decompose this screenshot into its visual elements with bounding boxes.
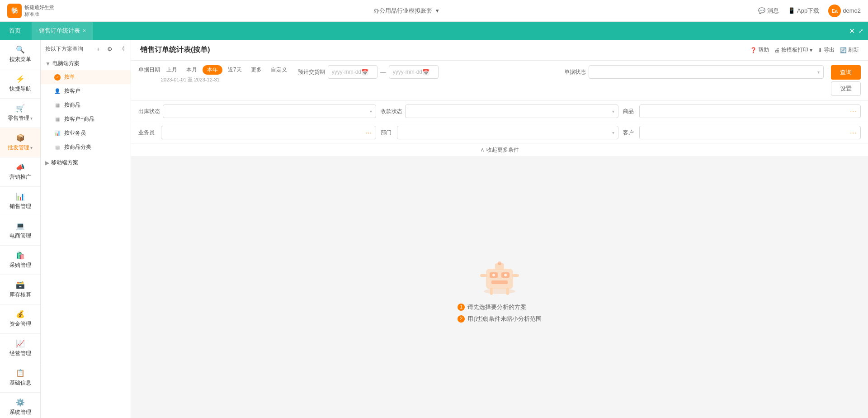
sidebar-item-sales[interactable]: 📊 销售管理 <box>0 187 40 216</box>
breadcrumb-arrow-icon[interactable]: ▾ <box>436 7 439 14</box>
sidebar-item-quick-nav[interactable]: ⚡ 快捷导航 <box>0 69 40 99</box>
scheme-item-by-customer-goods[interactable]: ▦ 按客户+商品 <box>41 112 131 126</box>
status-label: 单据状态 <box>564 68 586 76</box>
scheme-settings-button[interactable]: ⚙ <box>105 44 114 53</box>
filter-section: 单据日期 上月 本月 本年 近7天 更多 自定义 2023-01-01 至 20… <box>131 61 868 157</box>
scheme-group-mobile-title[interactable]: ▶ 移动端方案 <box>41 156 131 169</box>
sidebar-item-ecommerce[interactable]: 💻 电商管理 <box>0 216 40 246</box>
scheme-add-button[interactable]: + <box>94 44 103 53</box>
sidebar-item-marketing[interactable]: 📣 营销推广 <box>0 157 40 187</box>
svg-point-8 <box>498 261 501 265</box>
customer-input[interactable]: ··· <box>639 126 861 139</box>
scheme-panel: 按以下方案查询 + ⚙ 《 ▼ 电脑端方案 ✓ 按单 👤 按客户 <box>41 40 131 418</box>
message-button[interactable]: 💬 消息 <box>758 7 779 15</box>
sidebar-item-wholesale[interactable]: 📦 批发管理▾ <box>0 128 40 157</box>
collapse-bar[interactable]: ∧ 收起更多条件 <box>131 143 868 157</box>
tab-home[interactable]: 首页 <box>0 22 30 40</box>
ship-status-label: 出库状态 <box>138 108 160 115</box>
print-arrow-icon: ▾ <box>810 47 812 53</box>
date-btn-custom[interactable]: 自定义 <box>267 65 291 75</box>
expected-date-filter: 预计交货期 yyyy-mm-dd 📅 — yyyy-mm-dd 📅 <box>298 65 557 79</box>
help-button[interactable]: ❓ 帮助 <box>750 46 769 54</box>
sidebar-item-system[interactable]: ⚙️ 系统管理 <box>0 393 40 418</box>
date-range-text: 2023-01-01 至 2023-12-31 <box>138 76 291 83</box>
date-buttons: 上月 本月 本年 近7天 更多 自定义 <box>163 65 291 75</box>
template-print-button[interactable]: 🖨 按模板打印 ▾ <box>774 46 812 54</box>
export-button[interactable]: ⬇ 导出 <box>818 46 835 54</box>
topbar-breadcrumb[interactable]: 办公用品行业模拟账套 ▾ <box>373 7 439 15</box>
topbar: 畅 畅捷通好生意 标准版 办公用品行业模拟账套 ▾ 💬 消息 📱 App下载 E… <box>0 0 868 22</box>
calendar-start-icon[interactable]: 📅 <box>361 69 368 76</box>
customer-more-icon[interactable]: ··· <box>850 129 857 136</box>
user-profile[interactable]: Ea demo2 <box>828 5 861 17</box>
sidebar-item-basic-info[interactable]: 📋 基础信息 <box>0 363 40 393</box>
marketing-icon: 📣 <box>16 163 25 171</box>
dept-select[interactable]: ▾ <box>397 126 618 139</box>
finance-icon: 💰 <box>16 310 25 318</box>
action-buttons: 查询 设置 <box>831 65 861 96</box>
svg-point-6 <box>504 274 507 276</box>
status-select[interactable]: ▾ <box>589 65 824 79</box>
collapse-icon: ∧ <box>480 147 486 153</box>
settings-button[interactable]: 设置 <box>831 81 861 96</box>
query-button[interactable]: 查询 <box>831 65 861 80</box>
sidebar-item-retail[interactable]: 🛒 零售管理▾ <box>0 99 40 128</box>
date-btn-7days[interactable]: 近7天 <box>224 65 245 75</box>
scheme-item-by-customer[interactable]: 👤 按客户 <box>41 84 131 98</box>
refresh-button[interactable]: 🔄 刷新 <box>840 46 859 54</box>
tip-num-1: 1 <box>458 304 465 311</box>
receive-status-select[interactable]: ▾ <box>405 104 618 118</box>
filter-row-3: 业务员 ··· 部门 ▾ 客户 <box>131 122 868 143</box>
page-header: 销售订单统计表(按单) ❓ 帮助 🖨 按模板打印 ▾ ⬇ <box>131 40 868 61</box>
scheme-collapse-button[interactable]: 《 <box>117 44 126 53</box>
system-icon: ⚙️ <box>16 398 25 407</box>
receive-status-filter: 收款状态 ▾ <box>381 104 618 118</box>
receive-status-chevron-icon: ▾ <box>612 109 614 114</box>
scheme-group-desktop-title[interactable]: ▼ 电脑端方案 <box>41 57 131 70</box>
basic-info-icon: 📋 <box>16 369 25 377</box>
customer-scheme-icon: 👤 <box>54 88 61 95</box>
window-maximize-icon[interactable]: ⤢ <box>859 28 863 34</box>
scheme-item-by-staff[interactable]: 📊 按业务员 <box>41 126 131 140</box>
sidebar-item-search[interactable]: 🔍 搜索菜单 <box>0 40 40 69</box>
content-area: 按以下方案查询 + ⚙ 《 ▼ 电脑端方案 ✓ 按单 👤 按客户 <box>41 40 868 418</box>
window-close-icon[interactable]: ✕ <box>849 27 855 35</box>
scheme-item-by-category[interactable]: ▤ 按商品分类 <box>41 140 131 154</box>
scheme-item-by-goods[interactable]: ▦ 按商品 <box>41 98 131 112</box>
sidebar-item-purchase[interactable]: 🛍️ 采购管理 <box>0 246 40 275</box>
inventory-icon: 🗃️ <box>16 280 25 289</box>
calendar-end-icon[interactable]: 📅 <box>422 69 429 76</box>
scheme-group-desktop: ▼ 电脑端方案 ✓ 按单 👤 按客户 ▦ 按商品 ▦ 按客户+商品 <box>41 57 131 154</box>
date-btn-more[interactable]: 更多 <box>247 65 265 75</box>
date-btn-this-month[interactable]: 本月 <box>183 65 201 75</box>
ship-status-select[interactable]: ▾ <box>163 104 376 118</box>
expected-date-end[interactable]: yyyy-mm-dd 📅 <box>389 65 439 79</box>
customer-label: 客户 <box>623 129 637 137</box>
dept-label: 部门 <box>381 129 394 137</box>
dept-chevron-icon: ▾ <box>612 130 614 135</box>
empty-state: 1 请先选择要分析的方案 2 用[过滤]条件来缩小分析范围 <box>131 157 868 418</box>
staff-more-icon[interactable]: ··· <box>365 129 372 136</box>
status-filter: 单据状态 ▾ <box>564 65 824 79</box>
app-download-button[interactable]: 📱 App下载 <box>788 7 819 15</box>
tab-sales-order[interactable]: 销售订单统计表 × <box>32 22 93 40</box>
goods-more-icon[interactable]: ··· <box>850 108 857 115</box>
tab-close-icon[interactable]: × <box>83 28 86 34</box>
sales-icon: 📊 <box>16 192 25 201</box>
topbar-left: 畅 畅捷通好生意 标准版 <box>7 4 54 18</box>
sidebar-item-operations[interactable]: 📈 经营管理 <box>0 334 40 363</box>
expected-date-start[interactable]: yyyy-mm-dd 📅 <box>328 65 377 79</box>
topbar-right: 💬 消息 📱 App下载 Ea demo2 <box>758 5 861 17</box>
help-icon: ❓ <box>750 47 757 53</box>
staff-input[interactable]: ··· <box>161 126 376 139</box>
date-btn-last-month[interactable]: 上月 <box>163 65 181 75</box>
goods-input[interactable]: ··· <box>639 104 861 118</box>
date-btn-this-year[interactable]: 本年 <box>203 65 222 75</box>
page-title: 销售订单统计表(按单) <box>140 45 210 55</box>
search-icon: 🔍 <box>16 45 25 54</box>
sidebar-item-inventory[interactable]: 🗃️ 库存核算 <box>0 275 40 304</box>
ship-status-chevron-icon: ▾ <box>370 109 372 114</box>
scheme-item-by-order[interactable]: ✓ 按单 <box>41 70 131 84</box>
sidebar-item-finance[interactable]: 💰 资金管理 <box>0 304 40 334</box>
logo-area: 畅 畅捷通好生意 标准版 <box>7 4 54 18</box>
